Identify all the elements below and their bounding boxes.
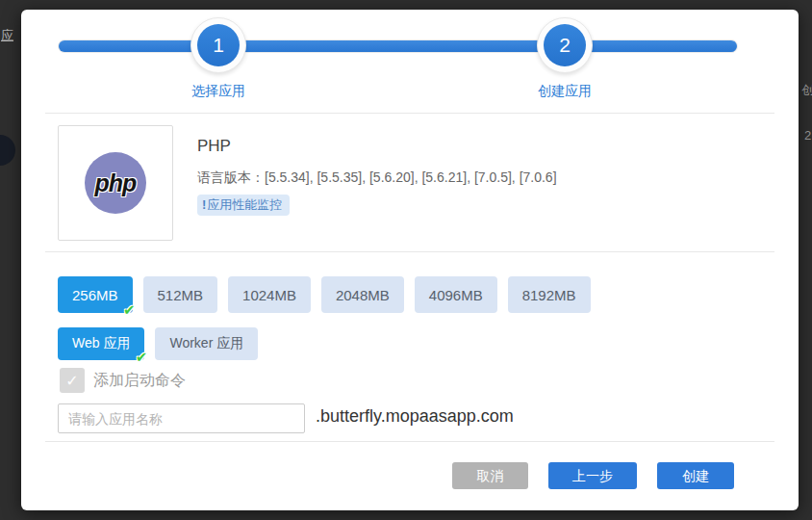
- app-name-input[interactable]: [58, 403, 305, 433]
- type-option-label: Web 应用: [72, 335, 130, 351]
- step-create-app[interactable]: 2 创建应用: [507, 17, 622, 100]
- step-label: 创建应用: [507, 83, 622, 100]
- checkmark-icon: ✓: [65, 372, 78, 390]
- apm-badge: !应用性能监控: [197, 195, 290, 216]
- app-versions-text: 语言版本：[5.5.34], [5.5.35], [5.6.20], [5.6.…: [197, 169, 557, 187]
- domain-suffix-text: .butterfly.mopaasapp.com: [316, 406, 514, 427]
- memory-option-2048mb[interactable]: 2048MB: [321, 276, 404, 313]
- divider: [45, 113, 774, 114]
- divider: [45, 441, 774, 442]
- previous-step-button[interactable]: 上一步: [548, 462, 637, 489]
- app-name-title: PHP: [197, 137, 231, 156]
- dialog-footer: 取消 上一步 创建: [21, 462, 799, 489]
- memory-option-label: 4096MB: [429, 287, 483, 303]
- memory-option-label: 2048MB: [336, 287, 390, 303]
- exclamation-icon: !: [202, 197, 206, 212]
- memory-option-256mb[interactable]: 256MB✔: [58, 276, 133, 313]
- type-option-label: Worker 应用: [169, 335, 243, 351]
- cancel-button[interactable]: 取消: [452, 462, 528, 489]
- step-number: 1: [197, 24, 240, 66]
- memory-option-512mb[interactable]: 512MB: [143, 276, 218, 313]
- divider: [45, 251, 774, 252]
- step-number: 2: [544, 24, 586, 66]
- startup-command-row: ✓ 添加启动命令: [60, 368, 186, 393]
- create-button[interactable]: 创建: [657, 462, 734, 489]
- step-circle-halo: 2: [537, 17, 593, 73]
- background-text-fragment: 创: [801, 82, 812, 99]
- app-type-options-row: Web 应用✔ Worker 应用: [58, 327, 258, 360]
- apm-badge-label: 应用性能监控: [207, 197, 282, 212]
- check-icon: ✔: [123, 301, 136, 319]
- step-select-app[interactable]: 1 选择应用: [161, 17, 276, 100]
- check-icon: ✔: [136, 349, 148, 366]
- background-text-fragment: 应: [1, 27, 13, 44]
- memory-option-label: 512MB: [158, 287, 204, 303]
- memory-option-label: 1024MB: [242, 287, 296, 303]
- background-avatar-fragment: [0, 135, 15, 166]
- type-option-web[interactable]: Web 应用✔: [58, 327, 144, 360]
- memory-option-label: 256MB: [72, 287, 118, 303]
- memory-options-row: 256MB✔ 512MB 1024MB 2048MB 4096MB 8192MB: [58, 276, 591, 313]
- selected-app-card: php: [58, 125, 173, 241]
- create-app-dialog: 1 选择应用 2 创建应用 php PHP 语言版本：[5.5.34], [5.…: [21, 10, 799, 510]
- startup-command-checkbox[interactable]: ✓: [60, 368, 85, 393]
- memory-option-1024mb[interactable]: 1024MB: [228, 276, 311, 313]
- type-option-worker[interactable]: Worker 应用: [155, 327, 258, 360]
- memory-option-4096mb[interactable]: 4096MB: [415, 276, 497, 313]
- step-label: 选择应用: [161, 83, 276, 100]
- memory-option-8192mb[interactable]: 8192MB: [508, 276, 591, 313]
- php-logo-icon: php: [85, 152, 146, 214]
- startup-command-label: 添加启动命令: [93, 371, 186, 391]
- step-circle-halo: 1: [190, 17, 246, 73]
- memory-option-label: 8192MB: [522, 287, 576, 303]
- background-text-fragment: 2: [804, 128, 811, 143]
